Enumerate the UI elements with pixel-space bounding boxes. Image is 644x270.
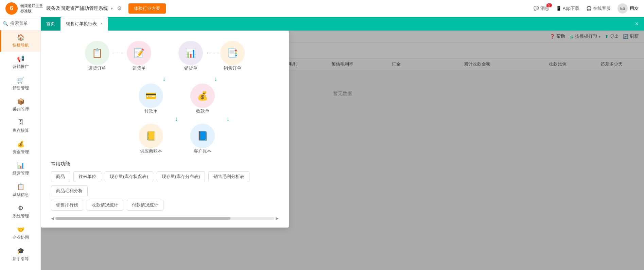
connector-purchase: ↓ — [152, 74, 176, 84]
purchase-icon: 📦 — [17, 98, 24, 105]
newbie-icon: 🎓 — [17, 247, 24, 255]
flow-node-sales-bill: 📊 销货单 — [178, 41, 203, 71]
func-btn-payment-stats[interactable]: 付款情况统计 — [127, 200, 163, 211]
common-functions: 常用功能 商品 往来单位 现存量(库存状况表) 现存量(库存分布表) 销售毛利分… — [51, 161, 279, 211]
sidebar-item-inventory[interactable]: 🗄 库存核算 — [0, 116, 40, 137]
sidebar-item-sales[interactable]: 🛒 销售管理 — [0, 73, 40, 94]
logo-text: 畅康通好生意 标准版 — [20, 3, 43, 13]
customer-ledger-label: 客户账本 — [194, 148, 211, 154]
connector-receipt: ↓ — [216, 114, 240, 124]
sidebar-item-quick-nav[interactable]: 🏠 快捷导航 — [0, 30, 40, 52]
user-area[interactable]: Ea 用友 — [617, 3, 639, 14]
scroll-right-icon[interactable]: ▶ — [276, 216, 279, 221]
purchase-order-icon: 📋 — [85, 41, 109, 65]
purchase-order-label: 进货订单 — [88, 65, 106, 71]
func-btn-partners[interactable]: 往来单位 — [73, 171, 101, 182]
message-btn[interactable]: 💬 消息 5 — [534, 5, 549, 12]
flow-node-supplier-ledger: 📒 供应商账本 — [139, 124, 163, 154]
sidebar-item-finance[interactable]: 💰 资金管理 — [0, 137, 40, 158]
flow-node-sales-order: 📑 销售订单 — [220, 41, 245, 71]
tab-home[interactable]: 首页 — [41, 17, 60, 31]
scrollbar-thumb — [55, 217, 230, 220]
modal-overlay: 📋 进货订单 - - - -→ 📝 进货单 — [41, 31, 644, 270]
sales-bill-icon: 📊 — [178, 41, 203, 65]
sidebar-item-enterprise[interactable]: 🤝 企业协同 — [0, 222, 40, 244]
online-service-btn[interactable]: 🎧 在线客服 — [586, 5, 611, 12]
quick-nav-modal: 📋 进货订单 - - - -→ 📝 进货单 — [41, 31, 289, 228]
inventory-icon: 🗄 — [18, 119, 24, 126]
func-btn-stock-dist[interactable]: 现存量(库存分布表) — [157, 171, 205, 182]
tab-sales-order[interactable]: 销售订单执行表 × — [60, 17, 108, 31]
supplier-ledger-icon: 📒 — [139, 124, 163, 148]
func-btn-goods[interactable]: 商品 — [51, 171, 70, 182]
arrow-sales-order-to-bill: ←- - - - — [203, 49, 220, 64]
headset-icon: 🎧 — [586, 6, 592, 11]
try-btn[interactable]: 体验行业方案 — [128, 3, 166, 14]
purchase-bill-label: 进货单 — [133, 65, 146, 71]
logo-area: 6 畅康通好生意 标准版 — [5, 2, 46, 15]
flow-node-purchase-order: 📋 进货订单 — [85, 41, 109, 71]
app-download-btn[interactable]: 📱 App下载 — [556, 5, 579, 12]
finance-icon: 💰 — [17, 140, 24, 148]
supplier-ledger-label: 供应商账本 — [140, 148, 162, 154]
sidebar-item-purchase[interactable]: 📦 采购管理 — [0, 94, 40, 116]
payment-label: 付款单 — [144, 108, 158, 114]
phone-icon: 📱 — [556, 6, 561, 11]
scrollbar-track[interactable] — [55, 217, 274, 220]
sidebar-item-system[interactable]: ⚙ 系统管理 — [0, 201, 40, 222]
flow-node-purchase-bill: 📝 进货单 — [127, 41, 151, 71]
tab-bar-close-btn[interactable]: × — [629, 20, 644, 28]
receipt-icon: 💰 — [190, 84, 215, 108]
connector-sales: ↓ — [204, 74, 228, 84]
settings-icon[interactable]: ⚙ — [117, 5, 122, 12]
arrow-purchase-order-to-bill: - - - -→ — [109, 49, 127, 64]
enterprise-icon: 🤝 — [17, 226, 24, 233]
tab-bar: 首页 销售订单执行表 × × — [41, 17, 644, 31]
dropdown-arrow-icon[interactable]: ▾ — [111, 6, 113, 11]
sales-order-icon: 📑 — [220, 41, 245, 65]
message-badge: 5 — [546, 3, 552, 7]
common-title: 常用功能 — [51, 161, 279, 167]
scroll-left-icon[interactable]: ◀ — [51, 216, 54, 221]
sidebar-item-operation[interactable]: 📊 经营管理 — [0, 158, 40, 180]
operation-icon: 📊 — [17, 162, 24, 169]
page-content: ❓ 帮助 🖨 按模板打印 ▾ ⬆ 导出 🔄 刷新 — [41, 31, 644, 270]
sidebar-item-marketing[interactable]: 📢 营销推广 — [0, 52, 40, 73]
system-title-area: 装备及固定资产辅助管理系统 ▾ ⚙ 体验行业方案 — [46, 3, 534, 14]
connector-payment: ↓ — [164, 114, 189, 124]
sales-bill-label: 销货单 — [184, 65, 197, 71]
system-title: 装备及固定资产辅助管理系统 — [46, 5, 108, 12]
customer-ledger-icon: 📘 — [190, 124, 215, 148]
content-area: 首页 销售订单执行表 × × ❓ 帮助 🖨 按 — [41, 17, 644, 270]
func-btn-sales-profit[interactable]: 销售毛利分析表 — [208, 171, 249, 182]
avatar: Ea — [617, 3, 628, 14]
sidebar: 🔍 搜索菜单 🏠 快捷导航 📢 营销推广 🛒 销售管理 📦 采购管理 🗄 — [0, 17, 41, 270]
func-btn-sales-rank[interactable]: 销售排行榜 — [51, 200, 83, 211]
marketing-icon: 📢 — [17, 55, 24, 62]
func-row-2: 销售排行榜 收款情况统计 付款情况统计 — [51, 200, 279, 211]
system-icon: ⚙ — [18, 204, 23, 212]
flow-node-payment: 💳 付款单 — [139, 84, 163, 114]
header-right: 💬 消息 5 📱 App下载 🎧 在线客服 Ea 用友 — [534, 3, 639, 14]
modal-scrollbar: ◀ ▶ — [51, 216, 279, 221]
sales-order-label: 销售订单 — [224, 65, 241, 71]
home-icon: 🏠 — [17, 34, 24, 41]
basic-info-icon: 📋 — [17, 183, 24, 191]
flow-node-customer-ledger: 📘 客户账本 — [190, 124, 215, 154]
receipt-label: 收款单 — [196, 108, 209, 114]
logo-icon: 6 — [5, 2, 18, 15]
sales-icon: 🛒 — [17, 76, 24, 84]
purchase-bill-icon: 📝 — [127, 41, 151, 65]
sidebar-item-newbie[interactable]: 🎓 新手引导 — [0, 244, 40, 265]
func-btn-goods-profit[interactable]: 商品毛利分析 — [51, 185, 88, 196]
tab-close-icon[interactable]: × — [100, 21, 103, 26]
message-icon: 💬 — [534, 6, 539, 11]
search-menu-btn[interactable]: 🔍 搜索菜单 — [0, 17, 40, 30]
flow-node-receipt: 💰 收款单 — [190, 84, 215, 114]
search-icon: 🔍 — [3, 21, 8, 26]
func-btn-receipt-stats[interactable]: 收款情况统计 — [87, 200, 123, 211]
func-row-1: 商品 往来单位 现存量(库存状况表) 现存量(库存分布表) 销售毛利分析表 商品… — [51, 171, 279, 196]
func-btn-stock-status[interactable]: 现存量(库存状况表) — [105, 171, 153, 182]
sidebar-item-basic-info[interactable]: 📋 基础信息 — [0, 180, 40, 201]
payment-icon: 💳 — [139, 84, 163, 108]
